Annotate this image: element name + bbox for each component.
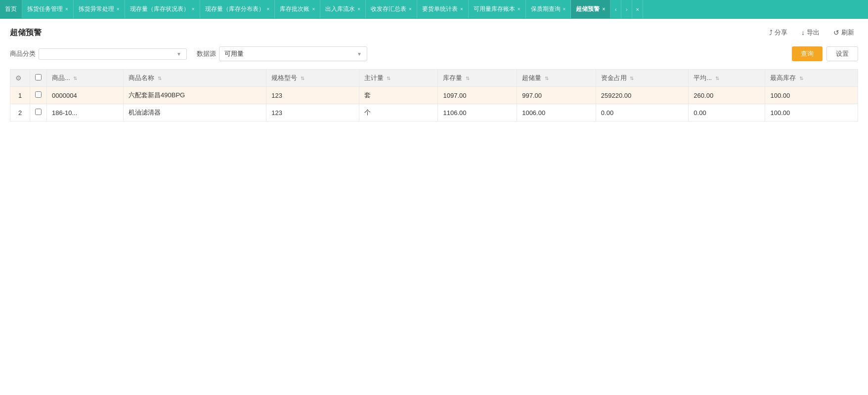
nav-home[interactable]: 首页 [0, 0, 22, 18]
nav-stock-batch[interactable]: 库存批次账 × [275, 0, 320, 18]
nav-pick-task[interactable]: 拣货任务管理 × [22, 0, 74, 18]
select-all-checkbox[interactable] [35, 74, 42, 80]
sort-icon[interactable]: ⇅ [158, 76, 162, 81]
capital: 259220.00 [596, 87, 689, 104]
query-button[interactable]: 查询 [792, 46, 823, 61]
category-label: 商品分类 [10, 49, 36, 58]
max-stock: 100.00 [765, 104, 858, 121]
datasource-label: 数据源 [197, 49, 216, 58]
top-navigation: 首页 拣货任务管理 × 拣货异常处理 × 现存量（库存状况表） × 现存量（库存… [0, 0, 868, 19]
product-code: 186-10... [47, 104, 124, 121]
spec: 123 [266, 87, 359, 104]
datasource-filter: 数据源 可用量 ▼ [197, 46, 367, 61]
datasource-value: 可用量 [224, 49, 244, 58]
stock: 1106.00 [438, 104, 517, 121]
col-avg: 平均... ⇅ [689, 70, 765, 87]
export-button[interactable]: ↓ 导出 [797, 27, 824, 39]
max-stock: 100.00 [765, 87, 858, 104]
page-content: 超储预警 ⤴ 分享 ↓ 导出 ↺ 刷新 商品分类 ▼ 数据源 [0, 19, 868, 395]
nav-inout-flow[interactable]: 出入库流水 × [320, 0, 366, 18]
col-unit: 主计量 ⇅ [359, 70, 438, 87]
row-checkbox-cell [30, 104, 47, 121]
row-checkbox-cell [30, 87, 47, 104]
capital: 0.00 [596, 104, 689, 121]
close-icon[interactable]: × [267, 6, 270, 12]
sort-icon[interactable]: ⇅ [301, 76, 304, 81]
row-checkbox[interactable] [35, 109, 42, 115]
category-select[interactable]: ▼ [39, 48, 187, 60]
close-icon[interactable]: × [518, 6, 521, 12]
close-icon[interactable]: × [409, 6, 412, 12]
datasource-select[interactable]: 可用量 ▼ [219, 46, 367, 61]
sort-icon[interactable]: ⇅ [715, 76, 719, 81]
sort-icon[interactable]: ⇅ [387, 76, 391, 81]
col-spec: 规格型号 ⇅ [266, 70, 359, 87]
nav-overstock-warning[interactable]: 超储预警 × [571, 0, 610, 18]
col-stock: 库存量 ⇅ [438, 70, 517, 87]
sort-icon[interactable]: ⇅ [73, 76, 77, 81]
avg: 260.00 [689, 87, 765, 104]
sort-icon[interactable]: ⇅ [799, 76, 803, 81]
row-checkbox[interactable] [35, 91, 42, 98]
close-icon[interactable]: × [602, 6, 605, 12]
nav-pick-exception[interactable]: 拣货异常处理 × [74, 0, 125, 18]
gear-icon[interactable]: ⚙ [15, 74, 22, 82]
chevron-down-icon: ▼ [176, 51, 181, 57]
table-row: 2 186-10... 机油滤清器 123 个 1106.00 1006.00 … [10, 104, 858, 121]
nav-quality-check[interactable]: 保质期查询 × [526, 0, 571, 18]
page-title: 超储预警 [10, 28, 42, 38]
nav-stock-dist[interactable]: 现存量（库存分布表） × [200, 0, 275, 18]
sort-icon[interactable]: ⇅ [466, 76, 470, 81]
table-row: 1 0000004 六配套新昌490BPG 123 套 1097.00 997.… [10, 87, 858, 104]
col-over-stock: 超储量 ⇅ [517, 70, 596, 87]
avg: 0.00 [689, 104, 765, 121]
share-button[interactable]: ⤴ 分享 [765, 27, 791, 39]
filter-row: 商品分类 ▼ 数据源 可用量 ▼ 查询 设置 [10, 46, 858, 61]
nav-order-stats[interactable]: 要货单统计表 × [417, 0, 469, 18]
product-code: 0000004 [47, 87, 124, 104]
export-icon: ↓ [801, 29, 805, 37]
col-product-name: 商品名称 ⇅ [124, 70, 266, 87]
header-actions: ⤴ 分享 ↓ 导出 ↺ 刷新 [765, 27, 858, 39]
table-header-row: ⚙ 商品... ⇅ 商品名称 ⇅ 规格型号 ⇅ 主计量 [10, 70, 858, 87]
nav-receive-send[interactable]: 收发存汇总表 × [366, 0, 417, 18]
checkbox-column-header [30, 70, 47, 87]
refresh-icon: ↺ [833, 29, 839, 37]
sort-icon[interactable]: ⇅ [630, 76, 634, 81]
row-number: 2 [10, 104, 30, 121]
nav-more-arrow[interactable]: × [632, 0, 643, 18]
close-icon[interactable]: × [563, 6, 566, 12]
col-capital: 资金占用 ⇅ [596, 70, 689, 87]
close-icon[interactable]: × [357, 6, 360, 12]
col-product-code: 商品... ⇅ [47, 70, 124, 87]
chevron-down-icon: ▼ [357, 51, 362, 57]
nav-stock-status[interactable]: 现存量（库存状况表） × [125, 0, 200, 18]
stock: 1097.00 [438, 87, 517, 104]
data-table: ⚙ 商品... ⇅ 商品名称 ⇅ 规格型号 ⇅ 主计量 [10, 69, 858, 121]
close-icon[interactable]: × [192, 6, 195, 12]
gear-column-header: ⚙ [10, 70, 30, 87]
refresh-button[interactable]: ↺ 刷新 [829, 27, 858, 39]
spec: 123 [266, 104, 359, 121]
unit: 个 [359, 104, 438, 121]
filter-buttons: 查询 设置 [792, 46, 858, 61]
share-icon: ⤴ [769, 29, 773, 37]
page-header: 超储预警 ⤴ 分享 ↓ 导出 ↺ 刷新 [10, 27, 858, 39]
over-stock: 997.00 [517, 87, 596, 104]
over-stock: 1006.00 [517, 104, 596, 121]
unit: 套 [359, 87, 438, 104]
sort-icon[interactable]: ⇅ [545, 76, 549, 81]
category-filter: 商品分类 ▼ [10, 48, 187, 60]
nav-prev-arrow[interactable]: ‹ [610, 0, 621, 18]
close-icon[interactable]: × [460, 6, 463, 12]
product-name: 机油滤清器 [124, 104, 266, 121]
nav-avail-stock[interactable]: 可用量库存账本 × [469, 0, 526, 18]
nav-next-arrow[interactable]: › [621, 0, 632, 18]
settings-button[interactable]: 设置 [826, 46, 858, 61]
row-number: 1 [10, 87, 30, 104]
close-icon[interactable]: × [117, 6, 120, 12]
col-max-stock: 最高库存 ⇅ [765, 70, 858, 87]
product-name: 六配套新昌490BPG [124, 87, 266, 104]
close-icon[interactable]: × [312, 6, 315, 12]
close-icon[interactable]: × [65, 6, 68, 12]
